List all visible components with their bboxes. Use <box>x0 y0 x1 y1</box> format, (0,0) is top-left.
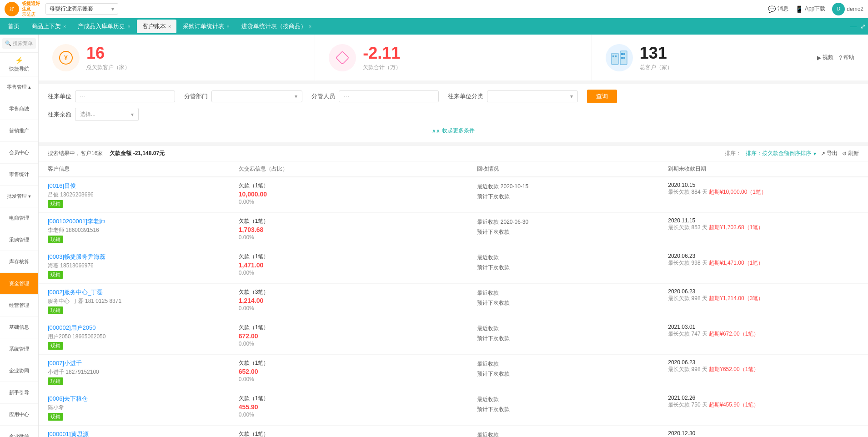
table-row: [0006]去下粮仓 陈小希 现销 欠款（1笔） 455.90 0.00% 最近… <box>39 390 868 426</box>
tab-close-icon[interactable]: × <box>63 24 66 29</box>
sidebar-item-operations[interactable]: 经营管理 <box>0 295 38 316</box>
stat-card-overdue-amount: -2.11 欠款合计（万） <box>315 35 592 80</box>
export-button[interactable]: ↗ 导出 <box>821 150 838 157</box>
logo-icon: 好 <box>5 2 19 16</box>
sidebar-item-retail-mall[interactable]: 零售商城 <box>0 98 38 120</box>
sidebar-item-ecommerce[interactable]: 电商管理 <box>0 207 38 229</box>
customer-name-link[interactable]: [0002]服务中心_丁磊 <box>48 288 239 296</box>
chevron-up-icon: ∧∧ <box>432 128 440 134</box>
svg-rect-10 <box>623 57 625 59</box>
tab-close-icon[interactable]: × <box>226 24 229 29</box>
table-row: [000002]用户2050 用户2050 18665062050 现销 欠款（… <box>39 319 868 355</box>
overdue-link[interactable]: 超期¥1,703.68（1笔） <box>709 224 763 231</box>
refresh-button[interactable]: ↺ 刷新 <box>842 150 859 157</box>
filter-往来单位分类-select[interactable]: ▾ <box>487 90 578 102</box>
stat-label-total-customers: 总客户（家） <box>640 64 672 71</box>
sidebar-search-box[interactable]: 🔍 搜索菜单 <box>2 38 36 49</box>
sidebar-search-area[interactable]: 🔍 搜索菜单 <box>0 35 38 53</box>
sidebar-item-basic-info[interactable]: 基础信息 <box>0 316 38 338</box>
message-button[interactable]: 💬 消息 <box>768 5 788 13</box>
stat-card-links: ▶ 视频 ? 帮助 <box>817 54 854 61</box>
sidebar-items: ⚡ 快捷导航 零售管理 ▲ 零售商城 营销推广 会员中心 <box>0 53 38 437</box>
overdue-link[interactable]: 超期¥672.00（1笔） <box>709 331 759 337</box>
tab-close-icon[interactable]: × <box>309 24 311 29</box>
filter-分管人员-label: 分管人员 <box>311 92 335 100</box>
sidebar-item-member-center[interactable]: 会员中心 <box>0 142 38 164</box>
overdue-link[interactable]: 超期¥1,471.00（1笔） <box>709 260 763 266</box>
sidebar-item-quick-nav[interactable]: ⚡ 快捷导航 <box>0 53 38 76</box>
result-actions: 排序： 排序：按欠款金额倒序排序 ▾ ↗ 导出 ↺ 刷新 <box>725 150 859 157</box>
chevron-down-icon: ▾ <box>131 111 134 118</box>
top-bar: 好 畅捷通好生意 示范店 母婴行业演示账套 ▾ 💬 消息 📱 App下载 D <box>0 0 868 18</box>
sidebar-item-finance[interactable]: 资金管理 <box>0 273 38 295</box>
customer-name-link[interactable]: [000001]黄思源 <box>48 430 239 437</box>
overdue-link[interactable]: 超期¥652.00（1笔） <box>709 366 759 372</box>
date-info-000001: 2020.12.30 最长欠款 808 天 超期¥429.00（1笔） <box>668 430 859 437</box>
sidebar-item-marketing[interactable]: 营销推广 <box>0 120 38 142</box>
filter-往来单位-label: 往来单位 <box>48 92 71 100</box>
customer-name-link[interactable]: [00010200001]李老师 <box>48 217 239 226</box>
tab-close-icon[interactable]: × <box>168 24 171 29</box>
customer-name-link[interactable]: [0003]畅捷服务尹海蕊 <box>48 253 239 261</box>
video-link[interactable]: ▶ 视频 <box>817 54 833 61</box>
stat-label-overdue-amount: 欠款合计（万） <box>363 64 401 71</box>
filter-area: 往来单位 ··· 分管部门 ▾ 分管人员 <box>39 84 868 142</box>
filter-分管部门-select[interactable]: ▾ <box>211 90 302 102</box>
tab-close-icon[interactable]: × <box>127 24 130 29</box>
sidebar-item-retail-stats[interactable]: 零售统计 <box>0 164 38 186</box>
sidebar-item-inventory[interactable]: 库存核算 <box>0 251 38 273</box>
user-profile-button[interactable]: D demo2 <box>832 3 863 15</box>
tab-customer-account[interactable]: 客户账本 × <box>137 20 176 33</box>
app-download-button[interactable]: 📱 App下载 <box>795 5 825 13</box>
overdue-link[interactable]: 超期¥10,000.00（1笔） <box>709 189 767 195</box>
help-icon: ? <box>839 55 842 61</box>
sidebar-item-wecom[interactable]: 企业微信 <box>0 426 38 437</box>
sidebar-item-app-center[interactable]: 应用中心 <box>0 404 38 426</box>
filter-往来单位分类-label: 往来单位分类 <box>448 92 483 100</box>
collect-info-000001: 最近收款 预计下次收款 <box>477 430 668 437</box>
overdue-link[interactable]: 超期¥455.90（1笔） <box>709 402 759 408</box>
customer-name-link[interactable]: [0007]小进千 <box>48 359 239 367</box>
help-link[interactable]: ? 帮助 <box>839 54 854 61</box>
main-content: ¥ 16 总欠款客户（家） -2.11 <box>39 35 868 437</box>
header-debt: 欠交易信息（占比） <box>239 165 477 173</box>
sidebar-item-retail-mgmt[interactable]: 零售管理 ▲ <box>0 76 38 98</box>
customer-name-link[interactable]: [0016]吕俊 <box>48 182 239 190</box>
customer-info-0003: [0003]畅捷服务尹海蕊 海燕 18513066976 现销 <box>48 253 239 279</box>
export-icon: ↗ <box>821 151 825 157</box>
date-info-000002: 2021.03.01 最长欠款 747 天 超期¥672.00（1笔） <box>668 324 859 338</box>
customer-info-00010200001: [00010200001]李老师 李老师 18600391516 现销 <box>48 217 239 243</box>
overdue-link[interactable]: 超期¥1,214.00（3笔） <box>709 295 763 301</box>
refresh-icon: ↺ <box>842 151 847 157</box>
sidebar-item-enterprise[interactable]: 企业协同 <box>0 360 38 382</box>
collect-info-00010200001: 最近收款 2020-06-30 预计下次收款 <box>477 217 668 237</box>
customer-info-000001: [000001]黄思源 黄思源 13552700226 现销 <box>48 430 239 437</box>
svg-rect-3 <box>612 53 618 65</box>
tab-purchase-stats[interactable]: 进货单统计表（按商品） × <box>236 20 317 33</box>
tab-home[interactable]: 首页 <box>2 20 25 33</box>
date-info-0007: 2020.06.23 最长欠款 998 天 超期¥652.00（1笔） <box>668 359 859 373</box>
tab-production[interactable]: 产成品入库单历史 × <box>72 20 135 33</box>
app-container: 好 畅捷通好生意 示范店 母婴行业演示账套 ▾ 💬 消息 📱 App下载 D <box>0 0 868 437</box>
customer-name-link[interactable]: [0006]去下粮仓 <box>48 395 239 403</box>
debt-info-0002: 欠款（3笔） 1,214.00 0.00% <box>239 288 477 311</box>
search-button[interactable]: 查询 <box>587 90 617 103</box>
store-selector[interactable]: 母婴行业演示账套 ▾ <box>45 3 118 15</box>
filter-分管人员-input[interactable]: ··· <box>339 90 439 102</box>
window-minus-icon[interactable]: — <box>850 23 857 30</box>
sidebar-item-newbie[interactable]: 新手引导 <box>0 382 38 404</box>
tab-products[interactable]: 商品上下架 × <box>26 20 71 33</box>
tab-purchase-order[interactable]: 采购订单统计表 × <box>177 20 235 33</box>
collapse-filter-button[interactable]: ∧∧ 收起更多条件 <box>48 125 859 137</box>
sort-button[interactable]: 排序：按欠款金额倒序排序 ▾ <box>746 150 816 157</box>
filter-往来余额-dropdown[interactable]: 选择... ▾ <box>75 108 139 121</box>
filter-往来单位-input[interactable]: ··· <box>75 90 175 102</box>
result-amount-info: 欠款金额 -21,148.07元 <box>110 150 165 157</box>
svg-rect-6 <box>615 55 617 57</box>
sidebar-item-purchase-mgmt[interactable]: 采购管理 <box>0 229 38 251</box>
window-expand-icon[interactable]: ⤢ <box>860 23 866 30</box>
sidebar: 🔍 搜索菜单 ⚡ 快捷导航 零售管理 ▲ 零售商城 <box>0 35 39 437</box>
customer-name-link[interactable]: [000002]用户2050 <box>48 324 239 332</box>
sidebar-item-system[interactable]: 系统管理 <box>0 338 38 360</box>
sidebar-item-wholesale-mgmt[interactable]: 批发管理 ▼ <box>0 186 38 207</box>
